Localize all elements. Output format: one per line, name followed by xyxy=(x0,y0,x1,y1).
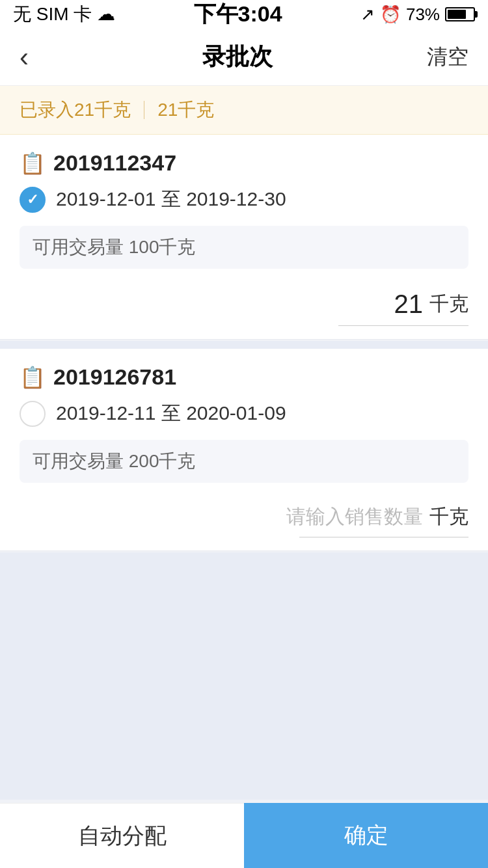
batch-2-available: 可用交易量 200千克 xyxy=(20,440,468,483)
status-bar: 无 SIM 卡 ☁ 下午3:04 ↗ ⏰ 73% xyxy=(0,0,488,29)
batch-card-2: 📋 2019126781 2019-12-11 至 2020-01-09 可用交… xyxy=(0,349,488,551)
batch-card-1: 📋 2019112347 ✓ 2019-12-01 至 2019-12-30 可… xyxy=(0,135,488,340)
back-button[interactable]: ‹ xyxy=(20,42,59,73)
status-right: ↗ ⏰ 73% xyxy=(360,5,475,25)
qty-underline-2 xyxy=(299,537,468,537)
batch-1-date: 2019-12-01 至 2019-12-30 xyxy=(56,186,286,213)
recorded-value: 21千克 xyxy=(157,98,214,122)
clear-button[interactable]: 清空 xyxy=(416,43,468,72)
batch-1-date-row: ✓ 2019-12-01 至 2019-12-30 xyxy=(0,183,488,221)
divider xyxy=(144,101,144,119)
qty-underline-1 xyxy=(338,325,468,326)
confirm-button[interactable]: 确定 xyxy=(244,803,488,868)
batch-1-qty-value: 21 xyxy=(394,290,424,319)
batch-2-date: 2019-12-11 至 2020-01-09 xyxy=(56,400,286,427)
info-banner: 已录入21千克 21千克 xyxy=(0,86,488,135)
batch-2-qty-row: 请输入销售数量 千克 xyxy=(0,493,488,551)
location-icon: ↗ xyxy=(360,5,375,25)
status-signal: 无 SIM 卡 ☁ xyxy=(13,2,115,27)
batch-1-qty-row: 21 千克 xyxy=(0,279,488,340)
batch-2-radio[interactable] xyxy=(20,401,46,427)
page-title: 录批次 xyxy=(59,41,416,73)
empty-area xyxy=(0,552,488,800)
battery-icon xyxy=(445,7,475,21)
alarm-icon: ⏰ xyxy=(380,5,401,25)
batch-icon-2: 📋 xyxy=(20,365,46,390)
card-separator xyxy=(0,341,488,349)
status-time: 下午3:04 xyxy=(194,0,282,29)
battery-percent: 73% xyxy=(406,5,440,25)
batch-2-date-row: 2019-12-11 至 2020-01-09 xyxy=(0,398,488,435)
batch-2-qty-unit: 千克 xyxy=(429,504,468,530)
batch-1-radio[interactable]: ✓ xyxy=(20,187,46,213)
batch-2-qty-placeholder: 请输入销售数量 xyxy=(286,504,423,530)
nav-bar: ‹ 录批次 清空 xyxy=(0,29,488,86)
batch-1-available: 可用交易量 100千克 xyxy=(20,226,468,269)
batch-2-header: 📋 2019126781 xyxy=(0,349,488,398)
auto-distribute-button[interactable]: 自动分配 xyxy=(0,803,244,868)
bottom-bar: 自动分配 确定 xyxy=(0,803,488,868)
batch-1-qty-unit: 千克 xyxy=(429,291,468,318)
check-icon: ✓ xyxy=(27,191,38,208)
recorded-label: 已录入21千克 xyxy=(20,98,131,122)
batch-1-id: 2019112347 xyxy=(53,150,176,176)
batch-icon-1: 📋 xyxy=(20,151,46,176)
batch-2-id: 2019126781 xyxy=(53,364,176,390)
batch-1-header: 📋 2019112347 xyxy=(0,135,488,183)
